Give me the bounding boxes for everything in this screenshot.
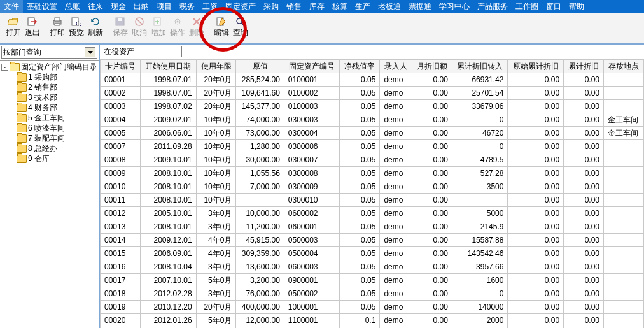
- menu-产品服务[interactable]: 产品服务: [473, 0, 512, 13]
- cell: [604, 301, 644, 314]
- edit-button[interactable]: 编辑: [212, 15, 231, 41]
- menu-老板通[interactable]: 老板通: [374, 0, 405, 13]
- col-header[interactable]: 开始使用日期: [140, 60, 196, 73]
- menu-采购[interactable]: 采购: [260, 0, 283, 13]
- table-row[interactable]: 000122005.10.013年0月10,000.0006000020.05d…: [101, 207, 644, 220]
- table-row[interactable]: 000162008.10.043年0月13,600.0006000030.05d…: [101, 260, 644, 274]
- menu-学习中心[interactable]: 学习中心: [435, 0, 473, 13]
- table-row[interactable]: 000031998.07.0220年0月145,377.0001000030.0…: [101, 100, 644, 113]
- menu-工作圈[interactable]: 工作圈: [512, 0, 542, 13]
- chevron-down-icon[interactable]: [85, 47, 95, 57]
- menu-生产[interactable]: 生产: [351, 0, 374, 13]
- menu-固定资产[interactable]: 固定资产: [221, 0, 260, 13]
- cell: 3年0月: [196, 207, 236, 220]
- table-row[interactable]: 000082009.10.0110年0月30,000.0003000070.05…: [101, 153, 644, 167]
- cell: 1100001: [284, 314, 340, 327]
- col-header[interactable]: 累计折旧: [564, 60, 604, 73]
- cell: demo: [380, 127, 412, 140]
- cell: [604, 87, 644, 100]
- cell: 0.00: [412, 260, 452, 274]
- dept-tree[interactable]: - 固定资产部门编码目录 1 采购部2 销售部3 技术部4 财务部5 金工车间6…: [0, 61, 99, 328]
- table-row[interactable]: 000172007.10.015年0月3,200.0009000010.05de…: [101, 274, 644, 287]
- collapse-icon[interactable]: -: [1, 64, 8, 71]
- col-header[interactable]: 录入人: [380, 60, 412, 73]
- menu-销售[interactable]: 销售: [283, 0, 305, 13]
- cell: 15587.88: [452, 234, 508, 247]
- cell: 20年0月: [196, 73, 236, 87]
- table-row[interactable]: 000042009.02.0110年0月74,000.0003000030.05…: [101, 113, 644, 127]
- table-row[interactable]: 000202012.01.265年0月12,000.0011000010.1de…: [101, 314, 644, 327]
- tree-root[interactable]: - 固定资产部门编码目录: [1, 62, 97, 72]
- menu-往来[interactable]: 往来: [84, 0, 107, 13]
- tree-node-7[interactable]: 7 装配车间: [10, 133, 97, 143]
- tree-node-6[interactable]: 6 喷漆车间: [10, 123, 97, 133]
- menu-出纳[interactable]: 出纳: [130, 0, 153, 13]
- menu-总账[interactable]: 总账: [61, 0, 84, 13]
- cell: 10年0月: [196, 194, 236, 207]
- table-row[interactable]: 000072011.09.2810年0月1,280.0003000060.05d…: [101, 140, 644, 153]
- menu-库存[interactable]: 库存: [305, 0, 328, 13]
- table-row[interactable]: 000192010.12.2020年0月400,000.0010000010.0…: [101, 301, 644, 314]
- open-button[interactable]: 打开: [4, 15, 23, 41]
- cell: 0.00: [508, 274, 564, 287]
- menu-现金[interactable]: 现金: [107, 0, 130, 13]
- cell: 0300010: [284, 194, 340, 207]
- col-header[interactable]: 使用年限: [196, 60, 236, 73]
- table-row[interactable]: 000112008.10.0110年0月03000100.05demo0.000…: [101, 194, 644, 207]
- cell: [604, 207, 644, 220]
- cell: 0: [452, 287, 508, 301]
- table-row[interactable]: 000011998.07.0120年0月285,524.0001000010.0…: [101, 73, 644, 87]
- menu-帮助[interactable]: 帮助: [565, 0, 588, 13]
- cell: 金工车间: [604, 127, 644, 140]
- table-row[interactable]: 000021998.07.0120年0月109,641.6001000020.0…: [101, 87, 644, 100]
- col-header[interactable]: 卡片编号: [101, 60, 141, 73]
- col-header[interactable]: 原始累计折旧: [508, 60, 564, 73]
- filter-combo[interactable]: 按部门查询: [1, 46, 97, 59]
- cell: 0.00: [412, 287, 452, 301]
- cell: 2009.02.01: [140, 113, 196, 127]
- col-header[interactable]: 累计折旧转入: [452, 60, 508, 73]
- cell: 0300007: [284, 153, 340, 167]
- exit-button[interactable]: 退出: [23, 15, 42, 41]
- tree-node-4[interactable]: 4 财务部: [10, 103, 97, 113]
- cell: 3年0月: [196, 220, 236, 234]
- table-row[interactable]: 000182012.02.283年0月76,000.0005000020.05d…: [101, 287, 644, 301]
- cell: 109,641.60: [236, 87, 284, 100]
- col-header[interactable]: 月折旧额: [412, 60, 452, 73]
- cell: [604, 100, 644, 113]
- search-button[interactable]: 查询: [231, 15, 250, 41]
- tree-node-3[interactable]: 3 技术部: [10, 92, 97, 103]
- svg-rect-2: [55, 18, 60, 21]
- col-header[interactable]: 固定资产编号: [284, 60, 340, 73]
- table-row[interactable]: 000132008.10.013年0月11,200.0006000010.05d…: [101, 220, 644, 234]
- col-header[interactable]: 净残值率: [340, 60, 380, 73]
- table-row[interactable]: 000052006.06.0110年0月73,000.0003000040.05…: [101, 127, 644, 140]
- menu-项目[interactable]: 项目: [153, 0, 176, 13]
- col-header[interactable]: 存放地点: [604, 60, 644, 73]
- table-row[interactable]: 000102008.10.0110年0月7,000.0003000090.05d…: [101, 180, 644, 194]
- print-button[interactable]: 打印: [48, 15, 67, 41]
- tree-node-label: 4 财务部: [28, 103, 57, 113]
- tree-node-2[interactable]: 2 销售部: [10, 82, 97, 92]
- preview-button[interactable]: 预览: [67, 15, 86, 41]
- table-row[interactable]: 000142009.12.014年0月45,915.0005000030.05d…: [101, 234, 644, 247]
- tree-node-5[interactable]: 5 金工车间: [10, 113, 97, 123]
- tree-node-1[interactable]: 1 采购部: [10, 72, 97, 82]
- cell: 0.00: [564, 220, 604, 234]
- cell: 0.00: [564, 287, 604, 301]
- menu-票据通[interactable]: 票据通: [405, 0, 435, 13]
- tree-node-9[interactable]: 9 仓库: [10, 153, 97, 164]
- refresh-button[interactable]: 刷新: [86, 15, 105, 41]
- table-row[interactable]: 000152006.09.014年0月309,359.0005000040.05…: [101, 247, 644, 260]
- cell: 1998.07.01: [140, 73, 196, 87]
- col-header[interactable]: 原值: [236, 60, 284, 73]
- menu-基础设置[interactable]: 基础设置: [23, 0, 61, 13]
- tree-node-8[interactable]: 8 总经办: [10, 143, 97, 153]
- menu-税务[interactable]: 税务: [176, 0, 199, 13]
- asset-table[interactable]: 卡片编号开始使用日期使用年限原值固定资产编号净残值率录入人月折旧额累计折旧转入原…: [100, 59, 644, 328]
- table-row[interactable]: 000092008.10.0110年0月1,055.5603000080.05d…: [101, 167, 644, 180]
- menu-核算[interactable]: 核算: [328, 0, 351, 13]
- menu-工资[interactable]: 工资: [199, 0, 221, 13]
- menu-文件[interactable]: 文件: [0, 0, 23, 13]
- menu-窗口[interactable]: 窗口: [542, 0, 565, 13]
